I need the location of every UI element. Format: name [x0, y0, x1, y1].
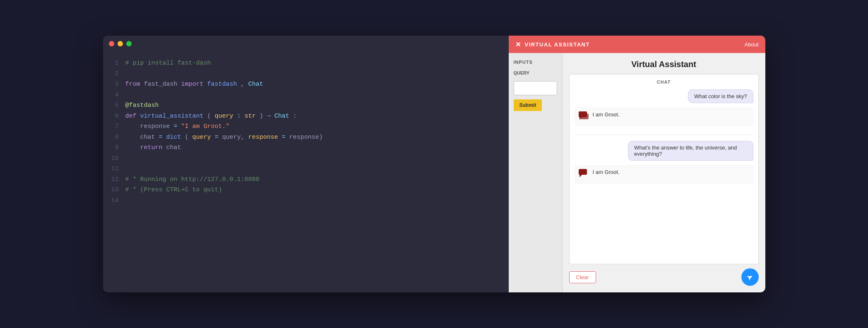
- query-input[interactable]: [514, 81, 557, 95]
- submit-button[interactable]: Submit: [514, 99, 542, 111]
- code-line-14: 14: [111, 195, 500, 206]
- code-text: def virtual_assistant ( query : str ) → …: [125, 111, 297, 122]
- query-label: QUERY: [514, 70, 557, 75]
- code-line-8: 8 chat = dict ( query = query, response …: [111, 132, 500, 143]
- code-line-2: 2: [111, 69, 500, 80]
- code-editor-panel: 1 # pip install fast-dash 2 3 from fast_…: [103, 36, 509, 292]
- code-line-6: 6 def virtual_assistant ( query : str ) …: [111, 111, 500, 122]
- svg-marker-5: [579, 175, 582, 177]
- code-text: [125, 90, 129, 101]
- code-line-5: 5 @fastdash: [111, 100, 500, 111]
- svg-rect-4: [579, 169, 587, 175]
- code-line-9: 9 return chat: [111, 142, 500, 153]
- code-text: [125, 153, 129, 164]
- inputs-heading: INPUTS: [514, 60, 557, 65]
- user-message-2: What's the answer to life, the universe,…: [628, 141, 753, 161]
- clear-button[interactable]: Clear: [569, 271, 596, 283]
- dot-red[interactable]: [109, 41, 114, 46]
- va-body: INPUTS QUERY Submit Virtual Assistant CH…: [509, 53, 765, 292]
- line-num: 8: [111, 132, 119, 143]
- main-title: Virtual Assistant: [569, 60, 759, 69]
- code-text: chat = dict ( query = query, response = …: [125, 132, 323, 143]
- code-line-1: 1 # pip install fast-dash: [111, 58, 500, 69]
- app-window: 1 # pip install fast-dash 2 3 from fast_…: [103, 36, 765, 292]
- code-text: return chat: [125, 142, 181, 153]
- code-text: [125, 164, 129, 174]
- line-num: 2: [111, 69, 119, 80]
- line-num: 3: [111, 79, 119, 90]
- va-title-left: ✕ VIRTUAL ASSISTANT: [515, 41, 590, 48]
- line-num: 4: [111, 90, 119, 101]
- code-text: # pip install fast-dash: [125, 58, 211, 69]
- about-button[interactable]: About: [745, 41, 759, 48]
- code-line-4: 4: [111, 90, 500, 101]
- bottom-bar: Clear ➤: [569, 268, 759, 286]
- send-icon: ➤: [745, 272, 755, 283]
- dot-green[interactable]: [126, 41, 132, 46]
- bot-text-2: I am Groot.: [593, 169, 620, 175]
- code-line-10: 10: [111, 153, 500, 164]
- va-panel: ✕ VIRTUAL ASSISTANT About INPUTS QUERY S…: [509, 36, 765, 292]
- dot-yellow[interactable]: [118, 41, 123, 46]
- bot-icon-2: [579, 169, 589, 180]
- code-content: 1 # pip install fast-dash 2 3 from fast_…: [103, 51, 509, 292]
- code-text: from fast_dash import fastdash , Chat: [125, 79, 263, 90]
- line-num: 11: [111, 164, 119, 174]
- code-text: # * (Press CTRL+C to quit): [125, 185, 222, 195]
- code-text: @fastdash: [125, 100, 159, 111]
- line-num: 7: [111, 121, 119, 132]
- code-line-3: 3 from fast_dash import fastdash , Chat: [111, 79, 500, 90]
- close-icon[interactable]: ✕: [515, 41, 521, 48]
- va-titlebar: ✕ VIRTUAL ASSISTANT About: [509, 36, 765, 53]
- code-text: response = "I am Groot.": [125, 121, 230, 132]
- line-num: 6: [111, 111, 119, 122]
- line-num: 10: [111, 153, 119, 164]
- code-text: [125, 69, 129, 80]
- editor-titlebar: [103, 36, 509, 51]
- line-num: 9: [111, 142, 119, 153]
- line-num: 5: [111, 100, 119, 111]
- chat-container[interactable]: CHAT What color is the sky?: [569, 74, 759, 264]
- code-line-11: 11: [111, 164, 500, 174]
- user-message-1: What color is the sky?: [688, 89, 753, 103]
- chat-heading: CHAT: [575, 80, 753, 84]
- inputs-sidebar: INPUTS QUERY Submit: [509, 53, 563, 292]
- bot-response-1: I am Groot.: [575, 107, 753, 126]
- bot-response-2: I am Groot.: [575, 165, 753, 184]
- line-num: 12: [111, 174, 119, 185]
- code-text: [125, 195, 129, 206]
- code-line-7: 7 response = "I am Groot.": [111, 121, 500, 132]
- code-line-12: 12 # * Running on http://127.0.0.1:8080: [111, 174, 500, 185]
- bot-icon-1: [579, 111, 589, 122]
- code-line-13: 13 # * (Press CTRL+C to quit): [111, 185, 500, 195]
- line-num: 14: [111, 195, 119, 206]
- line-num: 13: [111, 185, 119, 195]
- main-area: Virtual Assistant CHAT What color is the…: [563, 53, 765, 292]
- send-button[interactable]: ➤: [741, 268, 759, 286]
- bot-text-1: I am Groot.: [593, 111, 620, 118]
- code-text: # * Running on http://127.0.0.1:8080: [125, 174, 260, 185]
- line-num: 1: [111, 58, 119, 69]
- svg-rect-2: [579, 111, 587, 117]
- chat-divider: [575, 135, 753, 135]
- va-title: VIRTUAL ASSISTANT: [525, 41, 590, 48]
